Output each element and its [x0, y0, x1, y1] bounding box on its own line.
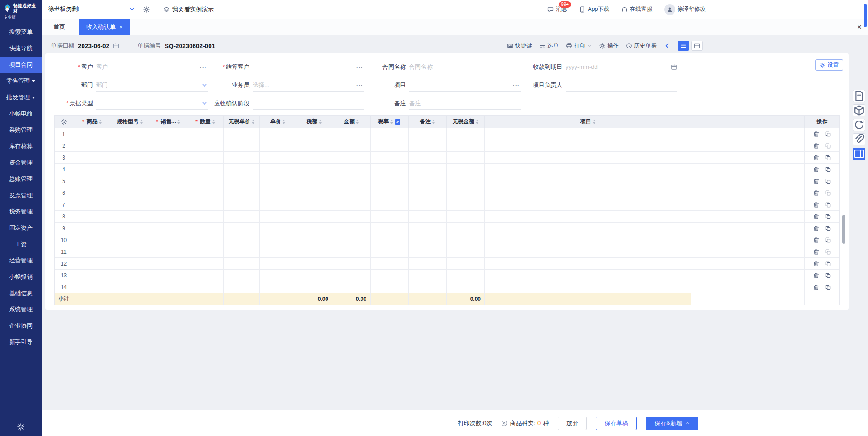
cell[interactable]: [260, 152, 296, 164]
cell[interactable]: [409, 164, 447, 175]
cell[interactable]: [485, 246, 691, 258]
sidebar-item[interactable]: 资金管理: [0, 155, 42, 171]
sort-icon[interactable]: [476, 120, 478, 124]
attachment-icon[interactable]: [853, 133, 865, 145]
copy-icon[interactable]: [825, 178, 831, 184]
sidebar-item[interactable]: 发票管理: [0, 187, 42, 203]
text-input[interactable]: [253, 100, 364, 107]
user-menu[interactable]: 徐泽华修改: [664, 4, 706, 15]
cell[interactable]: [447, 211, 485, 223]
cell[interactable]: [485, 270, 691, 281]
toolbar-action[interactable]: 历史单据: [626, 42, 657, 50]
text-input[interactable]: [566, 82, 677, 88]
cell[interactable]: [149, 175, 187, 187]
sidebar-settings-gear-icon[interactable]: [0, 418, 42, 436]
cell[interactable]: [371, 258, 409, 270]
cell[interactable]: [73, 140, 111, 152]
cell[interactable]: [73, 175, 111, 187]
cell[interactable]: [73, 211, 111, 223]
cell[interactable]: [73, 164, 111, 175]
tab[interactable]: 收入确认单×: [79, 19, 130, 35]
cell[interactable]: [73, 152, 111, 164]
cell[interactable]: [111, 270, 149, 281]
text-input[interactable]: [96, 100, 201, 107]
more-options-icon[interactable]: ···: [512, 82, 521, 88]
cell[interactable]: [111, 281, 149, 293]
trash-icon[interactable]: [813, 225, 819, 232]
sidebar-item[interactable]: 库存核算: [0, 138, 42, 155]
cell[interactable]: [260, 140, 296, 152]
column-header[interactable]: 税额: [296, 116, 332, 128]
edit-icon[interactable]: [395, 119, 401, 125]
column-header[interactable]: 无税金额: [447, 116, 485, 128]
copy-icon[interactable]: [825, 131, 831, 137]
cell[interactable]: [187, 258, 224, 270]
cell[interactable]: [296, 258, 332, 270]
close-tab-icon[interactable]: ×: [119, 24, 123, 30]
cell[interactable]: [149, 258, 187, 270]
copy-icon[interactable]: [825, 284, 831, 291]
cell[interactable]: [371, 152, 409, 164]
cell[interactable]: [111, 140, 149, 152]
cell[interactable]: [447, 164, 485, 175]
cell[interactable]: [260, 246, 296, 258]
trash-icon[interactable]: [813, 213, 819, 220]
cell[interactable]: [409, 187, 447, 199]
sidebar-item[interactable]: 新手引导: [0, 334, 42, 350]
trash-icon[interactable]: [813, 284, 819, 291]
cell[interactable]: [187, 187, 224, 199]
more-options-icon[interactable]: ···: [199, 64, 208, 70]
document-icon[interactable]: [853, 90, 865, 102]
text-input[interactable]: [253, 63, 356, 70]
cell[interactable]: [224, 152, 260, 164]
cell[interactable]: [224, 211, 260, 223]
cell[interactable]: [409, 175, 447, 187]
cell[interactable]: [260, 270, 296, 281]
trash-icon[interactable]: [813, 166, 819, 173]
chevron-down-icon[interactable]: [201, 82, 208, 88]
copy-icon[interactable]: [825, 143, 831, 149]
column-header[interactable]: 单价: [260, 116, 296, 128]
cell[interactable]: [332, 152, 371, 164]
sort-icon[interactable]: [319, 120, 322, 124]
cell[interactable]: [111, 128, 149, 140]
sort-icon[interactable]: [390, 120, 393, 124]
cell[interactable]: [371, 199, 409, 211]
cell[interactable]: [111, 152, 149, 164]
cell[interactable]: [260, 187, 296, 199]
cell[interactable]: [447, 140, 485, 152]
cell[interactable]: [371, 128, 409, 140]
cell[interactable]: [296, 140, 332, 152]
copy-icon[interactable]: [825, 237, 831, 243]
cell[interactable]: [149, 140, 187, 152]
trash-icon[interactable]: [813, 237, 819, 243]
cell[interactable]: [332, 164, 371, 175]
cell[interactable]: [73, 281, 111, 293]
cell[interactable]: [371, 164, 409, 175]
text-input[interactable]: [409, 100, 521, 107]
sidebar-item[interactable]: 小畅电商: [0, 106, 42, 122]
cell[interactable]: [485, 223, 691, 234]
cell[interactable]: [371, 223, 409, 234]
cell[interactable]: [332, 270, 371, 281]
cell[interactable]: [224, 234, 260, 246]
cell[interactable]: [332, 199, 371, 211]
cell[interactable]: [187, 211, 224, 223]
sidebar-item[interactable]: 零售管理: [0, 73, 42, 89]
cell[interactable]: [409, 211, 447, 223]
cell[interactable]: [73, 187, 111, 199]
cell[interactable]: [447, 152, 485, 164]
cell[interactable]: [447, 187, 485, 199]
cell[interactable]: [260, 164, 296, 175]
column-header[interactable]: 规格型号: [111, 116, 149, 128]
list-view-toggle[interactable]: [678, 41, 689, 51]
cell[interactable]: [332, 281, 371, 293]
online-service-button[interactable]: 在线客服: [621, 5, 653, 13]
cell[interactable]: [187, 223, 224, 234]
cell[interactable]: [149, 270, 187, 281]
cell[interactable]: [73, 234, 111, 246]
sort-icon[interactable]: [356, 120, 359, 124]
copy-icon[interactable]: [825, 249, 831, 255]
cell[interactable]: [409, 152, 447, 164]
cell[interactable]: [332, 223, 371, 234]
